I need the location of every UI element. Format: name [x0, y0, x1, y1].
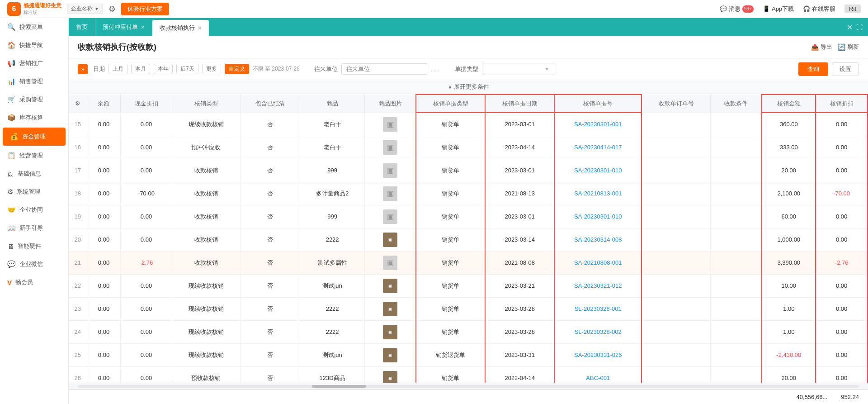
query-btn[interactable]: 查询	[798, 62, 828, 76]
cell-product-img: ▣	[365, 274, 416, 297]
cell-bill-no[interactable]: SA-20230414-017	[554, 136, 642, 159]
search-icon: 🔍	[7, 23, 16, 31]
cell-bill-no[interactable]: SA-20230301-001	[554, 113, 642, 136]
cell-bill-date: 2023-03-14	[485, 228, 554, 251]
tab-home[interactable]: 首页	[69, 18, 95, 36]
refresh-btn[interactable]: 🔄 刷新	[838, 43, 859, 51]
sidebar-item-marketing[interactable]: 📢 营销推广	[0, 54, 68, 72]
sidebar-item-member[interactable]: V 畅会员	[0, 273, 68, 291]
tab-prepay[interactable]: 预付冲应付单 ✕	[95, 18, 152, 36]
cell-verify-type: 现续收款核销	[172, 274, 240, 297]
expand-more-btn[interactable]: ∨ 展开更多条件	[448, 83, 489, 91]
cell-bill-type: 销货单	[416, 159, 485, 182]
cell-bill-no[interactable]: SA-20230314-008	[554, 228, 642, 251]
basic-icon: 🗂	[7, 170, 14, 178]
inventory-icon: 📦	[7, 114, 16, 122]
sidebar-item-basic[interactable]: 🗂 基础信息	[0, 165, 68, 183]
cell-cash-discount: 0.00	[121, 343, 172, 366]
cell-row-num: 20	[69, 228, 87, 251]
sidebar-item-search[interactable]: 🔍 搜索菜单	[0, 18, 68, 36]
sidebar-item-hardware[interactable]: 🖥 智能硬件	[0, 237, 68, 255]
guide-icon: 📖	[7, 224, 16, 232]
col-gear-header[interactable]: ⚙	[69, 95, 87, 113]
cell-row-num: 21	[69, 251, 87, 274]
app-download-btn[interactable]: 📱 App下载	[763, 5, 794, 13]
expand-arrow-btn[interactable]: »	[78, 64, 88, 74]
export-btn[interactable]: 📤 导出	[811, 43, 832, 51]
sidebar-item-quicknav[interactable]: 🏠 快捷导航	[0, 36, 68, 54]
sidebar-item-system[interactable]: ⚙ 系统管理	[0, 183, 68, 201]
sidebar-label-marketing: 营销推广	[19, 59, 43, 67]
cell-bill-no[interactable]: SL-20230328-001	[554, 297, 642, 320]
cell-cash-discount: 0.00	[121, 366, 172, 383]
sidebar-item-finance[interactable]: 💰 资金管理	[3, 128, 66, 146]
sidebar-item-inventory[interactable]: 📦 库存核算	[0, 109, 68, 127]
tab-prepay-close-icon[interactable]: ✕	[141, 24, 145, 30]
tab-collection-close-icon[interactable]: ✕	[198, 25, 202, 31]
sidebar-item-wechat[interactable]: 💬 企业微信	[0, 255, 68, 273]
sidebar-item-guide[interactable]: 📖 新手引导	[0, 219, 68, 237]
date-btn-7days[interactable]: 近7天	[176, 64, 198, 74]
data-table: ⚙ 余额 现金折扣 核销类型 包含已结清 商品 商品图片 核销单据类型 核销单据…	[69, 94, 868, 383]
date-btn-more[interactable]: 更多	[202, 64, 221, 74]
bill-type-select[interactable]: ▼	[482, 63, 554, 75]
company-dropdown[interactable]: 企业名称 ▼	[67, 4, 103, 14]
settings-gear-icon[interactable]: ⚙	[108, 4, 116, 14]
cell-bill-type: 销货单	[416, 205, 485, 228]
col-include-closed-header: 包含已结清	[240, 95, 300, 113]
cell-product: 测试多属性	[300, 251, 365, 274]
date-btn-custom[interactable]: 自定义	[225, 64, 249, 74]
sidebar-label-basic: 基础信息	[18, 170, 41, 178]
tab-collection[interactable]: 收款核销执行 ✕	[152, 20, 209, 36]
tab-expand-btn[interactable]: ⛶	[856, 24, 863, 31]
dropdown-arrow-icon: ▼	[94, 6, 99, 11]
cell-balance: 0.00	[87, 159, 121, 182]
cell-cash-discount: 0.00	[121, 136, 172, 159]
cell-bill-no[interactable]: SA-20230301-010	[554, 205, 642, 228]
service-btn[interactable]: 🎧 在线客服	[803, 5, 835, 13]
service-label: 在线客服	[812, 5, 835, 13]
horizontal-scrollbar[interactable]	[69, 383, 868, 389]
cell-verify-type: 现续收款核销	[172, 320, 240, 343]
cell-balance: 0.00	[87, 251, 121, 274]
industry-btn[interactable]: 休验行业方案	[121, 3, 169, 15]
cell-receipt-order	[642, 251, 710, 274]
sidebar-item-sales[interactable]: 📊 销售管理	[0, 72, 68, 90]
cell-include-closed: 否	[240, 366, 300, 383]
cell-product: 老白干	[300, 113, 365, 136]
sidebar-item-purchase[interactable]: 🛒 采购管理	[0, 90, 68, 109]
tab-close-btn[interactable]: ✕	[847, 23, 853, 32]
date-btn-this-month[interactable]: 本月	[131, 64, 150, 74]
cell-balance: 0.00	[87, 228, 121, 251]
unit-filter-input[interactable]	[341, 63, 427, 75]
cell-bill-no[interactable]: SA-20230321-012	[554, 274, 642, 297]
cell-cash-discount: 0.00	[121, 228, 172, 251]
cell-bill-no[interactable]: SA-20210813-001	[554, 182, 642, 205]
cell-bill-no[interactable]: SA-20210808-001	[554, 251, 642, 274]
date-btn-last-month[interactable]: 上月	[108, 64, 127, 74]
cell-verify-amount: 20.00	[762, 366, 816, 383]
cell-verify-type: 预冲冲应收	[172, 136, 240, 159]
sidebar-item-collab[interactable]: 🤝 企业协同	[0, 201, 68, 219]
cell-row-num: 15	[69, 113, 87, 136]
filter-dots-btn[interactable]: ...	[431, 64, 440, 74]
message-icon: 💬	[720, 5, 727, 12]
message-btn[interactable]: 💬 消息 99+	[720, 5, 754, 13]
cell-bill-no[interactable]: SA-20230301-010	[554, 159, 642, 182]
setting-btn[interactable]: 设置	[832, 62, 859, 76]
cell-receipt-order	[642, 113, 710, 136]
cell-bill-no[interactable]: SA-20230331-026	[554, 343, 642, 366]
cell-product: 123D商品	[300, 366, 365, 383]
cell-verify-type: 收款核销	[172, 182, 240, 205]
cell-bill-type: 销货单	[416, 113, 485, 136]
cell-verify-type: 收款核销	[172, 251, 240, 274]
cell-row-num: 22	[69, 274, 87, 297]
chevron-down-icon: ∨	[448, 84, 452, 90]
date-btn-this-year[interactable]: 本年	[154, 64, 173, 74]
cell-receipt-order	[642, 182, 710, 205]
cell-bill-no[interactable]: SL-20230328-002	[554, 320, 642, 343]
purchase-icon: 🛒	[7, 95, 16, 104]
sidebar-item-business[interactable]: 📋 经营管理	[0, 147, 68, 165]
cell-bill-no[interactable]: ABC-001	[554, 366, 642, 383]
table-row: 23 0.00 0.00 现续收款核销 否 2222 ▣ 销货单 2023-03…	[69, 297, 868, 320]
